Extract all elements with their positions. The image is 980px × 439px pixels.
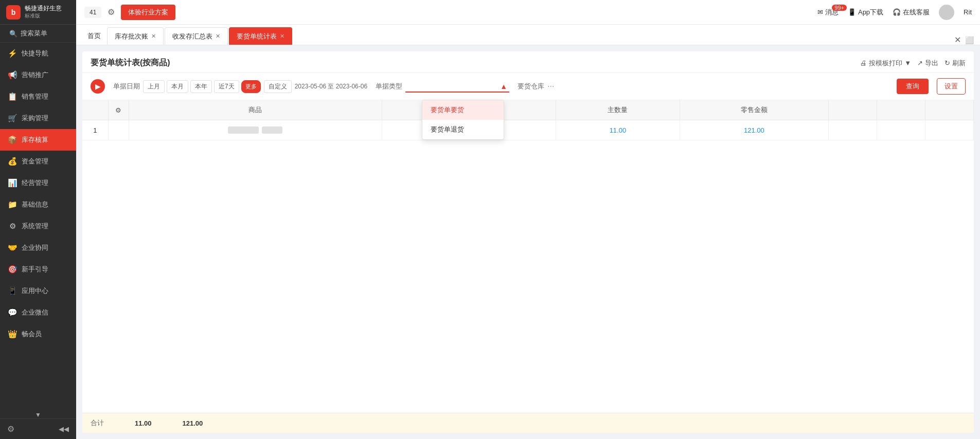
this-month-btn[interactable]: 本月: [167, 80, 188, 93]
sidebar-item-guide[interactable]: 🎯 新手引导: [0, 259, 76, 280]
topbar-app-download[interactable]: 📱 App下载: [848, 8, 883, 17]
service-label: 在线客服: [903, 8, 930, 17]
print-btn[interactable]: 🖨 按模板打印 ▼: [860, 59, 911, 68]
dropdown-item-purchase[interactable]: 要货单要货: [422, 100, 504, 120]
sidebar-item-label: 营销推广: [22, 70, 48, 80]
product-cell: [135, 126, 376, 134]
type-filter-group: 单据类型 ▲: [376, 81, 509, 93]
footer-qty: 11.00: [135, 419, 152, 427]
refresh-btn[interactable]: ↻ 刷新: [945, 59, 966, 68]
table-container: ⚙ 商品 主计量单位 主数量 零售金额 1: [82, 100, 974, 413]
appstore-icon: 📱: [7, 286, 17, 296]
page-header: 要货单统计表(按商品) 🖨 按模板打印 ▼ ↗ 导出 ↻ 刷新: [82, 51, 974, 73]
type-select-arrow-icon[interactable]: ▲: [500, 82, 507, 90]
export-label: 导出: [925, 59, 938, 68]
this-year-btn[interactable]: 本年: [190, 80, 212, 93]
enterprise-icon: 🤝: [7, 243, 17, 253]
user-avatar[interactable]: [939, 5, 954, 20]
print-arrow-icon: ▼: [904, 59, 911, 67]
sidebar-item-label: 应用中心: [22, 286, 48, 296]
date-filter-group: 单据日期 上月 本月 本年 近7天 更多 自定义 2023-05-06 至 20…: [113, 80, 367, 93]
topbar-gear-icon[interactable]: ⚙: [108, 7, 115, 17]
table-row: 1 块 11.00 121.00: [82, 120, 974, 140]
prev-month-btn[interactable]: 上月: [143, 80, 165, 93]
sidebar-collapse-btn[interactable]: ◀◀: [59, 425, 69, 433]
settings-btn[interactable]: 设置: [937, 78, 966, 95]
sidebar-search[interactable]: 🔍 搜索菜单: [0, 25, 76, 43]
page-content: 要货单统计表(按商品) 🖨 按模板打印 ▼ ↗ 导出 ↻ 刷新: [76, 45, 980, 439]
sidebar-item-member[interactable]: 👑 畅会员: [0, 323, 76, 345]
filter-expand-btn[interactable]: ▶: [91, 79, 105, 94]
finance-icon: 💰: [7, 156, 17, 167]
username[interactable]: Rit: [964, 8, 972, 16]
tab-recv-summary[interactable]: 收发存汇总表 ✕: [165, 27, 228, 45]
sidebar-item-purchase[interactable]: 🛒 采购管理: [0, 107, 76, 129]
sidebar-item-finance[interactable]: 💰 资金管理: [0, 151, 76, 172]
guide-icon: 🎯: [7, 264, 17, 275]
logo-text-group: 畅捷通好生意 标准版: [25, 5, 62, 20]
tab-order-stat[interactable]: 要货单统计表 ✕: [229, 27, 292, 45]
sidebar-item-label: 销售管理: [22, 92, 48, 101]
sidebar-item-operation[interactable]: 📊 经营管理: [0, 172, 76, 194]
sidebar-item-sales[interactable]: 📋 销售管理: [0, 86, 76, 107]
tab-label: 收发存汇总表: [172, 32, 212, 41]
warehouse-filter-group: 要货仓库 ···: [518, 82, 554, 91]
window-max-icon[interactable]: ⬜: [965, 36, 974, 44]
sidebar-item-label: 采购管理: [22, 114, 48, 123]
table-body: 1 块 11.00 121.00: [82, 120, 974, 140]
dropdown-item-label: 要货单退货: [431, 125, 464, 133]
type-select-input[interactable]: [405, 81, 509, 93]
cell-e1: [829, 120, 877, 140]
th-settings[interactable]: ⚙: [108, 100, 129, 120]
tab-close-icon[interactable]: ✕: [280, 33, 284, 40]
warehouse-more-icon[interactable]: ···: [547, 82, 554, 91]
tab-close-icon[interactable]: ✕: [216, 33, 220, 40]
tab-inventory-batch[interactable]: 库存批次账 ✕: [107, 27, 164, 45]
sidebar-item-wechat[interactable]: 💬 企业微信: [0, 302, 76, 323]
th-extra2: [877, 100, 925, 120]
sidebar-item-system[interactable]: ⚙ 系统管理: [0, 215, 76, 237]
print-icon: 🖨: [860, 59, 867, 67]
export-btn[interactable]: ↗ 导出: [917, 59, 938, 68]
th-product: 商品: [129, 100, 382, 120]
th-extra3: [925, 100, 973, 120]
trial-btn[interactable]: 体验行业方案: [121, 5, 175, 20]
sidebar-settings-icon[interactable]: ⚙: [7, 424, 14, 434]
sidebar-item-label: 经营管理: [22, 178, 48, 188]
query-btn[interactable]: 查询: [897, 79, 929, 94]
sidebar-item-enterprise[interactable]: 🤝 企业协同: [0, 237, 76, 259]
sidebar-item-label: 资金管理: [22, 157, 48, 166]
th-seq: [82, 100, 108, 120]
sidebar-item-basic[interactable]: 📁 基础信息: [0, 194, 76, 215]
export-icon: ↗: [917, 59, 923, 67]
sidebar-item-label: 系统管理: [22, 222, 48, 231]
sidebar-item-appstore[interactable]: 📱 应用中心: [0, 280, 76, 302]
sidebar-item-label: 库存核算: [22, 135, 48, 144]
sidebar-search-label: 搜索菜单: [21, 29, 47, 38]
topbar-message[interactable]: ✉ 消息 99+: [817, 8, 839, 17]
cell-e2: [877, 120, 925, 140]
refresh-label: 刷新: [952, 59, 966, 68]
cell-e3: [925, 120, 973, 140]
last7-btn[interactable]: 近7天: [214, 80, 239, 93]
print-label: 按模板打印: [869, 59, 902, 68]
tab-close-icon[interactable]: ✕: [151, 33, 156, 40]
page-card: 要货单统计表(按商品) 🖨 按模板打印 ▼ ↗ 导出 ↻ 刷新: [82, 51, 974, 433]
topbar-service[interactable]: 🎧 在线客服: [893, 8, 930, 17]
sidebar-item-label: 快捷导航: [22, 49, 48, 58]
type-dropdown: 要货单要货 要货单退货: [422, 100, 504, 140]
topbar-right: ✉ 消息 99+ 📱 App下载 🎧 在线客服 Rit: [817, 5, 972, 20]
window-close-icon[interactable]: ✕: [954, 35, 961, 45]
sidebar-scroll-down[interactable]: ▼: [0, 411, 76, 418]
sidebar-item-quick-nav[interactable]: ⚡ 快捷导航: [0, 43, 76, 64]
sidebar-item-inventory[interactable]: 📦 库存核算: [0, 129, 76, 151]
custom-date-btn[interactable]: 自定义: [264, 80, 292, 93]
dropdown-item-return[interactable]: 要货单退货: [422, 120, 504, 139]
column-settings-icon[interactable]: ⚙: [115, 106, 121, 114]
th-amount: 零售金额: [680, 100, 828, 120]
tabs-bar: 首页 库存批次账 ✕ 收发存汇总表 ✕ 要货单统计表 ✕ ✕ ⬜: [76, 25, 980, 45]
more-btn[interactable]: 更多: [241, 80, 261, 93]
topbar: 41 ⚙ 体验行业方案 ✉ 消息 99+ 📱 App下载 🎧 在线客服 Rit: [76, 0, 980, 25]
tab-home[interactable]: 首页: [82, 27, 106, 45]
sidebar-item-marketing[interactable]: 📢 营销推广: [0, 64, 76, 86]
